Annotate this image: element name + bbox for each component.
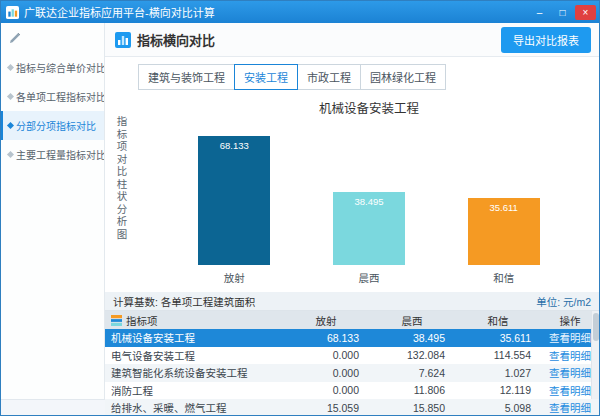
cell-value: 0.000: [283, 349, 369, 361]
app-body: 指标与综合单价对比各单项工程指标对比分部分项指标对比主要工程量指标对比 指标横向…: [1, 23, 599, 399]
sidebar-item[interactable]: 指标与综合单价对比: [1, 53, 104, 82]
calc-base-strip: 计算基数: 各单项工程建筑面积 单位: 元/m2: [105, 292, 599, 310]
table-header-row: 指标项放射晨西和信操作: [105, 311, 599, 329]
view-detail-link[interactable]: 查看明细: [549, 332, 591, 344]
cell-indicator-name: 给排水、采暖、燃气工程: [105, 400, 283, 415]
sidebar-item-label: 指标与综合单价对比: [16, 60, 104, 75]
close-button[interactable]: ×: [575, 5, 596, 20]
table-row[interactable]: 机械设备安装工程68.13338.49535.611查看明细: [105, 329, 599, 347]
cell-value: 15.850: [369, 402, 455, 414]
window-controls: – □ ×: [529, 5, 596, 20]
header-cell-value: 放射: [283, 313, 369, 328]
table-scrollbar[interactable]: [591, 311, 599, 399]
chart-bar: 38.495: [333, 192, 405, 265]
sidebar-item[interactable]: 分部分项指标对比: [1, 111, 104, 140]
category-label: 和信: [468, 270, 540, 285]
cell-indicator-name: 消防工程: [105, 383, 283, 398]
table-row[interactable]: 消防工程0.00011.80612.119查看明细: [105, 382, 599, 400]
sidebar-items: 指标与综合单价对比各单项工程指标对比分部分项指标对比主要工程量指标对比: [1, 53, 104, 169]
table-row[interactable]: 给排水、采暖、燃气工程15.05915.8505.098查看明细: [105, 399, 599, 416]
project-type-tabs: 建筑与装饰工程安装工程市政工程园林绿化工程: [139, 64, 599, 90]
tab[interactable]: 园林绿化工程: [360, 64, 446, 90]
tab[interactable]: 安装工程: [234, 64, 298, 90]
compare-chart-icon: [115, 32, 131, 48]
chart-side-label: 指标项对比柱状分析图: [115, 116, 130, 287]
chart-category-labels: 放射晨西和信: [167, 270, 571, 285]
calc-base-label: 计算基数: 各单项工程建筑面积: [113, 294, 255, 309]
page-header: 指标横向对比 导出对比报表: [105, 23, 599, 57]
chart-bar: 68.133: [198, 136, 270, 265]
chart-bar: 35.611: [468, 198, 540, 265]
bullet-icon: [7, 122, 14, 129]
tab[interactable]: 市政工程: [297, 64, 361, 90]
unit-label: 单位: 元/m2: [536, 294, 591, 309]
header-cell-name: 指标项: [105, 313, 283, 328]
view-detail-link[interactable]: 查看明细: [549, 385, 591, 397]
bar-value-label: 68.133: [198, 140, 270, 151]
header-label: 指标项: [126, 313, 158, 328]
table-row[interactable]: 电气设备安装工程0.000132.084114.554查看明细: [105, 347, 599, 365]
chart-region: 指标项对比柱状分析图 机械设备安装工程 68.13338.49535.611 放…: [105, 90, 599, 287]
main-panel: 指标横向对比 导出对比报表 建筑与装饰工程安装工程市政工程园林绿化工程 指标项对…: [105, 23, 599, 399]
cell-value: 114.554: [455, 349, 541, 361]
table-row[interactable]: 建筑智能化系统设备安装工程0.0007.6241.027查看明细: [105, 364, 599, 382]
maximize-button[interactable]: □: [552, 5, 573, 20]
cell-value: 1.027: [455, 367, 541, 379]
sidebar-item-label: 分部分项指标对比: [16, 118, 96, 133]
sidebar-item[interactable]: 各单项工程指标对比: [1, 82, 104, 111]
header-cell-value: 和信: [455, 313, 541, 328]
cell-value: 132.084: [369, 349, 455, 361]
cell-value: 35.611: [455, 332, 541, 344]
app-logo-icon: [6, 6, 19, 19]
bar-value-label: 38.495: [333, 196, 405, 207]
cell-indicator-name: 电气设备安装工程: [105, 348, 283, 363]
category-label: 放射: [198, 270, 270, 285]
table-grid-icon: [111, 315, 122, 326]
view-detail-link[interactable]: 查看明细: [549, 367, 591, 379]
bullet-icon: [7, 151, 14, 158]
app-window: 广联达企业指标应用平台-横向对比计算 – □ × 指标与综合单价对比各单项工程指…: [0, 0, 600, 416]
header-cell-value: 晨西: [369, 313, 455, 328]
cell-value: 11.806: [369, 384, 455, 396]
sidebar-item-label: 主要工程量指标对比: [16, 147, 104, 162]
cell-value: 0.000: [283, 384, 369, 396]
cell-value: 12.119: [455, 384, 541, 396]
sidebar-item-label: 各单项工程指标对比: [16, 89, 104, 104]
tab[interactable]: 建筑与装饰工程: [138, 64, 235, 90]
cell-value: 0.000: [283, 367, 369, 379]
edit-pencil-icon: [9, 32, 21, 44]
cell-indicator-name: 建筑智能化系统设备安装工程: [105, 365, 283, 380]
chart-plot-area: 68.13338.49535.611: [167, 123, 571, 265]
bullet-icon: [7, 93, 14, 100]
cell-value: 15.059: [283, 402, 369, 414]
chart-title: 机械设备安装工程: [139, 90, 599, 119]
cell-action: 查看明细: [541, 400, 599, 415]
table-body: 指标项放射晨西和信操作机械设备安装工程68.13338.49535.611查看明…: [105, 311, 599, 416]
cell-value: 7.624: [369, 367, 455, 379]
bullet-icon: [7, 64, 14, 71]
bar-value-label: 35.611: [468, 202, 540, 213]
scrollbar-thumb[interactable]: [593, 313, 599, 341]
view-detail-link[interactable]: 查看明细: [549, 402, 591, 414]
sidebar-top: [1, 23, 104, 53]
sidebar-item[interactable]: 主要工程量指标对比: [1, 140, 104, 169]
cell-value: 5.098: [455, 402, 541, 414]
category-label: 晨西: [333, 270, 405, 285]
window-title: 广联达企业指标应用平台-横向对比计算: [24, 4, 215, 20]
indicator-table: 指标项放射晨西和信操作机械设备安装工程68.13338.49535.611查看明…: [105, 310, 599, 399]
sidebar: 指标与综合单价对比各单项工程指标对比分部分项指标对比主要工程量指标对比: [1, 23, 105, 399]
export-report-button[interactable]: 导出对比报表: [501, 27, 591, 53]
view-detail-link[interactable]: 查看明细: [549, 350, 591, 362]
page-title: 指标横向对比: [137, 30, 215, 49]
cell-value: 38.495: [369, 332, 455, 344]
bar-chart-panel: 机械设备安装工程 68.13338.49535.611 放射晨西和信: [139, 90, 599, 287]
chart-side-label-wrap: 指标项对比柱状分析图: [105, 90, 139, 287]
cell-value: 68.133: [283, 332, 369, 344]
title-bar: 广联达企业指标应用平台-横向对比计算 – □ ×: [1, 1, 599, 23]
cell-indicator-name: 机械设备安装工程: [105, 330, 283, 345]
minimize-button[interactable]: –: [529, 5, 550, 20]
